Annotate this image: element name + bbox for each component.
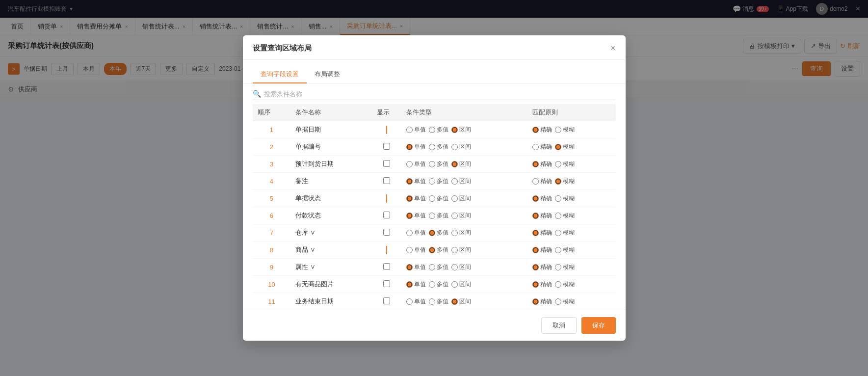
row-display[interactable] [372,207,401,224]
match-option-精确[interactable]: 精确 [532,297,552,306]
row-match: 精确模糊 [527,259,615,276]
modal-header: 设置查询区域布局 × [243,35,626,60]
match-option-模糊[interactable]: 模糊 [555,177,575,186]
type-option-区间[interactable]: 区间 [451,212,471,220]
type-option-区间[interactable]: 区间 [451,160,471,168]
row-match: 精确模糊 [527,276,615,293]
type-option-多值[interactable]: 多值 [429,177,448,186]
row-display[interactable] [372,259,401,276]
match-option-精确[interactable]: 精确 [532,160,552,168]
match-option-模糊[interactable]: 模糊 [555,160,575,168]
modal-close-btn[interactable]: × [610,43,616,54]
type-option-多值[interactable]: 多值 [429,143,448,151]
search-input[interactable] [264,90,616,98]
type-option-区间[interactable]: 区间 [451,263,471,271]
type-option-单值[interactable]: 单值 [406,212,426,220]
type-option-区间[interactable]: 区间 [451,194,471,203]
display-checkbox[interactable] [383,160,390,167]
display-checkbox[interactable] [383,263,390,270]
row-display[interactable] [372,293,401,310]
row-name: 属性 ∨ [290,259,372,276]
type-option-多值[interactable]: 多值 [429,229,448,237]
display-checkbox[interactable] [383,143,390,150]
type-option-多值[interactable]: 多值 [429,194,448,203]
match-option-模糊[interactable]: 模糊 [555,194,575,203]
save-btn[interactable]: 保存 [581,317,616,334]
match-option-模糊[interactable]: 模糊 [555,297,575,306]
type-option-单值[interactable]: 单值 [406,194,426,203]
table-row: 9属性 ∨单值多值区间精确模糊 [253,259,616,276]
row-display[interactable] [372,190,401,207]
type-option-单值[interactable]: 单值 [406,177,426,186]
match-option-模糊[interactable]: 模糊 [555,280,575,289]
modal-footer: 取消 保存 [243,310,626,341]
type-option-单值[interactable]: 单值 [406,246,426,254]
row-display[interactable] [372,276,401,293]
type-option-单值[interactable]: 单值 [406,126,426,134]
match-option-精确[interactable]: 精确 [532,212,552,220]
type-option-区间[interactable]: 区间 [451,143,471,151]
type-option-多值[interactable]: 多值 [429,280,448,289]
match-option-模糊[interactable]: 模糊 [555,229,575,237]
match-option-精确[interactable]: 精确 [532,246,552,254]
type-option-多值[interactable]: 多值 [429,263,448,271]
row-order: 9 [253,259,291,276]
type-option-单值[interactable]: 单值 [406,229,426,237]
match-option-精确[interactable]: 精确 [532,177,552,186]
table-row: 10有无商品图片单值多值区间精确模糊 [253,276,616,293]
row-name: 业务结束日期 [290,293,372,310]
display-checkbox[interactable] [383,212,390,218]
row-match: 精确模糊 [527,121,615,138]
row-name: 单据日期 [290,121,372,138]
match-option-模糊[interactable]: 模糊 [555,263,575,271]
row-display[interactable] [372,242,401,259]
match-option-模糊[interactable]: 模糊 [555,126,575,134]
type-option-单值[interactable]: 单值 [406,280,426,289]
row-match: 精确模糊 [527,190,615,207]
type-option-多值[interactable]: 多值 [429,160,448,168]
table-row: 2单据编号单值多值区间精确模糊 [253,138,616,156]
display-checkbox[interactable] [383,297,390,304]
type-option-多值[interactable]: 多值 [429,246,448,254]
modal-tab-layout-adjust[interactable]: 布局调整 [307,66,348,83]
table-row: 5单据状态单值多值区间精确模糊 [253,190,616,207]
type-option-多值[interactable]: 多值 [429,297,448,306]
row-display[interactable] [372,173,401,190]
match-option-精确[interactable]: 精确 [532,229,552,237]
type-option-区间[interactable]: 区间 [451,280,471,289]
match-option-精确[interactable]: 精确 [532,143,552,151]
match-option-精确[interactable]: 精确 [532,263,552,271]
type-option-多值[interactable]: 多值 [429,126,448,134]
display-checkbox-checked[interactable] [386,194,387,203]
type-option-单值[interactable]: 单值 [406,143,426,151]
row-display[interactable] [372,121,401,138]
type-option-单值[interactable]: 单值 [406,297,426,306]
row-order: 6 [253,207,291,224]
match-option-模糊[interactable]: 模糊 [555,143,575,151]
type-option-多值[interactable]: 多值 [429,212,448,220]
match-option-模糊[interactable]: 模糊 [555,212,575,220]
display-checkbox[interactable] [383,280,390,287]
modal-tab-query-fields[interactable]: 查询字段设置 [253,66,307,83]
row-display[interactable] [372,138,401,156]
table-row: 1单据日期单值多值区间精确模糊 [253,121,616,138]
match-option-精确[interactable]: 精确 [532,280,552,289]
type-option-单值[interactable]: 单值 [406,160,426,168]
row-name: 单据状态 [290,190,372,207]
display-checkbox-checked[interactable] [386,246,387,254]
display-checkbox-checked[interactable] [386,126,387,134]
match-option-精确[interactable]: 精确 [532,126,552,134]
type-option-区间[interactable]: 区间 [451,297,471,306]
type-option-区间[interactable]: 区间 [451,229,471,237]
row-display[interactable] [372,224,401,242]
match-option-精确[interactable]: 精确 [532,194,552,203]
type-option-单值[interactable]: 单值 [406,263,426,271]
display-checkbox[interactable] [383,177,390,184]
type-option-区间[interactable]: 区间 [451,177,471,186]
type-option-区间[interactable]: 区间 [451,246,471,254]
match-option-模糊[interactable]: 模糊 [555,246,575,254]
type-option-区间[interactable]: 区间 [451,126,471,134]
display-checkbox[interactable] [383,229,390,236]
row-display[interactable] [372,156,401,173]
cancel-btn[interactable]: 取消 [541,317,577,334]
